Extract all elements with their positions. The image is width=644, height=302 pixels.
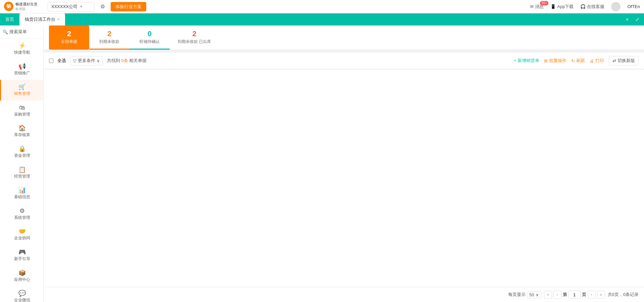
tab-close-icon[interactable]: × [57,17,60,22]
logo-version: 标准版 [15,7,38,11]
next-page-button[interactable]: › [588,291,596,299]
batch-operation-button[interactable]: ⊞ 批量操作 [544,58,567,64]
stat-label-wangpu: 旺铺待确认 [140,39,160,45]
newbie-icon: 🎮 [18,249,26,255]
online-service-icon: 🎧 [580,4,586,9]
content-area: 2 全部单据 2 到期未收款 0 旺铺待确认 2 到期未收款 已出库 全选 ▽ … [44,25,644,302]
wechat-icon: 💬 [18,290,26,296]
found-text: 共找到 0条 相关单据 [107,58,147,64]
refresh-button[interactable]: ↻ 刷新 [571,58,585,64]
enterprise-label: 企业协同 [14,236,30,241]
refresh-icon: ↻ [571,58,575,63]
sidebar: 🔍 搜索菜单 ⚡ 快捷导航 📢 营销推广 🛒 销售管理 🛍 采购管理 🏠 库存核… [0,25,44,302]
message-button[interactable]: ✉ 消息 99+ [530,4,544,10]
app-download-icon: 📱 [550,4,556,9]
online-service-label: 在线客服 [587,4,604,10]
company-selector[interactable]: XXXXXX公司 ▼ [48,2,95,11]
sales-label: 销售管理 [14,91,30,97]
tab-home[interactable]: 首页 [0,13,19,25]
page-size-arrow: ∨ [536,292,539,297]
sidebar-search[interactable]: 🔍 搜索菜单 [0,25,43,39]
toolbar: 全选 ▽ 更多条件 ∨ 共找到 0条 相关单据 + 新增销货单 ⊞ 批量操作 [44,53,644,69]
quick-nav-icon: ⚡ [18,43,26,49]
page-size-selector: 每页显示 50 ∨ [508,291,541,298]
newbie-label: 新手引导 [14,256,30,262]
new-sale-button[interactable]: + 新增销货单 [514,58,539,64]
search-icon: 🔍 [3,29,8,35]
settings-button[interactable]: ⚙ [98,2,107,11]
toolbar-right: + 新增销货单 ⊞ 批量操作 ↻ 刷新 🖨 打印 ⇄ 切换新版 [514,56,639,65]
logo-area: 畅 畅捷通好生意 标准版 [4,2,48,11]
page-label: 第 [563,292,567,298]
operations-label: 经营管理 [14,174,30,179]
sidebar-item-app-center[interactable]: 📦 应用中心 [0,266,43,287]
page-size-prefix: 每页显示 [508,292,526,298]
stat-card-overdue[interactable]: 2 到期未收款 [89,25,129,50]
sidebar-item-newbie[interactable]: 🎮 新手引导 [0,245,43,266]
window-close-button[interactable]: × [624,16,631,23]
switch-label: 切换新版 [618,58,635,64]
sidebar-item-basic-info[interactable]: 📊 基础信息 [0,183,43,204]
sidebar-item-wechat[interactable]: 💬 企业微信 [0,286,43,302]
sidebar-item-operations[interactable]: 📋 经营管理 [0,163,43,183]
filter-button[interactable]: ▽ 更多条件 ∨ [70,56,103,65]
enterprise-icon: 🤝 [18,228,26,234]
switch-icon: ⇄ [612,58,616,63]
purchase-icon: 🛍 [19,105,25,111]
stat-label-all: 全部单据 [61,39,77,45]
company-dropdown-arrow: ▼ [79,5,83,8]
sidebar-item-inventory[interactable]: 🏠 库存核算 [0,121,43,142]
main-layout: 🔍 搜索菜单 ⚡ 快捷导航 📢 营销推广 🛒 销售管理 🛍 采购管理 🏠 库存核… [0,25,644,302]
logo-icon: 畅 [4,2,13,11]
sidebar-item-purchase[interactable]: 🛍 采购管理 [0,101,43,121]
stat-card-wangpu[interactable]: 0 旺铺待确认 [129,25,170,50]
prev-page-button[interactable]: ‹ [553,291,561,299]
stat-card-all[interactable]: 2 全部单据 [49,25,89,50]
basic-info-label: 基础信息 [14,194,30,200]
filter-icon: ▽ [73,58,76,63]
basic-info-icon: 📊 [18,187,26,193]
tab-qhrq[interactable]: 钱货日清工作台 × [19,13,65,25]
page-size-value: 50 [529,292,534,297]
company-name: XXXXXX公司 [51,4,77,10]
print-button[interactable]: 🖨 打印 [590,58,604,64]
stat-card-shipped[interactable]: 2 到期未收款 已出库 [170,25,219,50]
switch-version-button[interactable]: ⇄ 切换新版 [609,56,639,65]
page-input[interactable] [569,291,581,299]
last-page-button[interactable]: » [597,291,605,299]
experience-button[interactable]: 体验行业方案 [111,2,146,11]
nav-tab-actions: × ⤢ [624,16,644,23]
system-icon: ⚙ [19,208,25,214]
capital-label: 资金管理 [14,153,30,159]
select-all-label: 全选 [57,58,66,64]
header-right: ✉ 消息 99+ 📱 App下载 🎧 在线客服 OfTEn [530,2,640,11]
nav-tabs: 首页 钱货日清工作台 × × ⤢ [0,13,644,25]
sidebar-item-capital[interactable]: 🔒 资金管理 [0,142,43,163]
first-page-button[interactable]: « [544,291,552,299]
sidebar-item-marketing[interactable]: 📢 营销推广 [0,59,43,80]
page-size-box[interactable]: 50 ∨ [527,291,541,298]
avatar[interactable] [611,2,621,11]
select-all-checkbox[interactable] [49,59,53,63]
operations-icon: 📋 [18,167,26,173]
purchase-label: 采购管理 [14,112,30,117]
tab-home-label: 首页 [5,16,14,22]
sidebar-item-system[interactable]: ⚙ 系统管理 [0,204,43,225]
online-service-button[interactable]: 🎧 在线客服 [580,4,604,10]
app-download-button[interactable]: 📱 App下载 [550,4,574,10]
filter-label: 更多条件 [78,58,95,64]
logo-text-block: 畅捷通好生意 标准版 [15,2,38,11]
stat-label-overdue: 到期未收款 [99,39,119,45]
app-center-label: 应用中心 [14,277,30,283]
stat-number-shipped: 2 [193,29,197,38]
batch-label: 批量操作 [549,58,567,64]
sidebar-item-sales[interactable]: 🛒 销售管理 [0,80,43,101]
window-max-button[interactable]: ⤢ [633,16,641,23]
system-label: 系统管理 [14,215,30,221]
username[interactable]: OfTEn [627,4,640,9]
sidebar-item-enterprise[interactable]: 🤝 企业协同 [0,224,43,245]
sidebar-item-quick-nav[interactable]: ⚡ 快捷导航 [0,39,43,59]
inventory-icon: 🏠 [18,125,26,131]
stat-number-overdue: 2 [107,29,111,38]
found-count: 0条 [121,58,128,63]
